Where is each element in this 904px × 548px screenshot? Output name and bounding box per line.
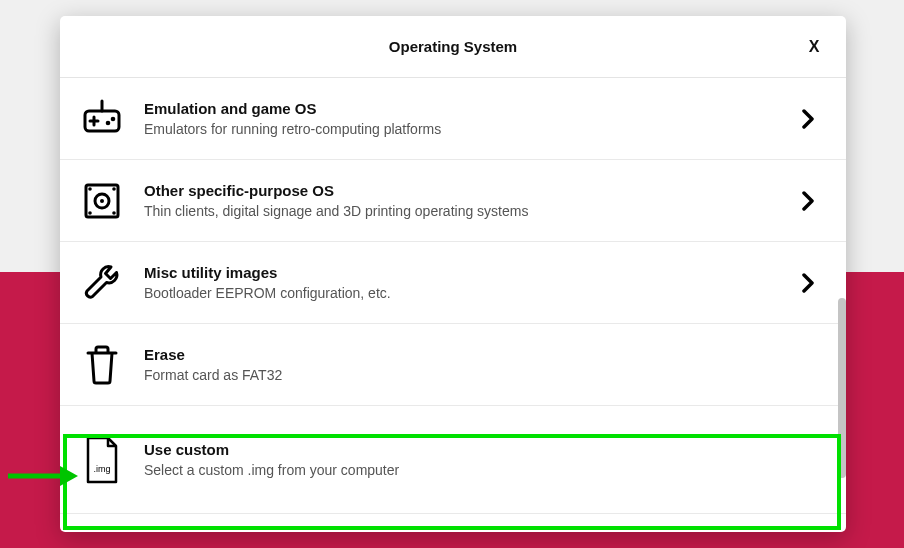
item-text: Misc utility images Bootloader EEPROM co… — [144, 264, 798, 301]
svg-point-5 — [111, 116, 116, 121]
item-desc: Bootloader EEPROM configuration, etc. — [144, 285, 798, 301]
item-title: Use custom — [144, 441, 818, 458]
chevron-right-icon — [798, 109, 818, 129]
list-item-other-specific[interactable]: Other specific-purpose OS Thin clients, … — [60, 160, 846, 242]
item-title: Misc utility images — [144, 264, 798, 281]
svg-point-4 — [106, 120, 111, 125]
close-button[interactable]: X — [804, 37, 824, 57]
scrollbar-thumb[interactable] — [838, 298, 846, 478]
wrench-icon — [78, 259, 126, 307]
svg-point-7 — [88, 187, 92, 191]
item-text: Emulation and game OS Emulators for runn… — [144, 100, 798, 137]
list-item-use-custom[interactable]: .img Use custom Select a custom .img fro… — [60, 406, 846, 514]
scrollbar[interactable] — [838, 78, 846, 532]
item-desc: Emulators for running retro-computing pl… — [144, 121, 798, 137]
trash-icon — [78, 341, 126, 389]
list-item-erase[interactable]: Erase Format card as FAT32 — [60, 324, 846, 406]
svg-text:.img: .img — [93, 464, 110, 474]
svg-point-12 — [100, 199, 104, 203]
list-item-emulation[interactable]: Emulation and game OS Emulators for runn… — [60, 78, 846, 160]
svg-point-10 — [112, 211, 116, 215]
list-item-misc-utility[interactable]: Misc utility images Bootloader EEPROM co… — [60, 242, 846, 324]
svg-point-8 — [112, 187, 116, 191]
os-selector-dialog: Operating System X Emulation and game OS… — [60, 16, 846, 532]
svg-marker-16 — [60, 466, 78, 486]
item-text: Use custom Select a custom .img from you… — [144, 441, 818, 478]
item-desc: Format card as FAT32 — [144, 367, 818, 383]
item-text: Erase Format card as FAT32 — [144, 346, 818, 383]
annotation-arrow-icon — [6, 464, 78, 488]
kiosk-icon — [78, 177, 126, 225]
svg-point-9 — [88, 211, 92, 215]
chevron-right-icon — [798, 191, 818, 211]
chevron-right-icon — [798, 273, 818, 293]
item-title: Emulation and game OS — [144, 100, 798, 117]
item-text: Other specific-purpose OS Thin clients, … — [144, 182, 798, 219]
dialog-header: Operating System X — [60, 16, 846, 78]
img-file-icon: .img — [78, 436, 126, 484]
os-list: Emulation and game OS Emulators for runn… — [60, 78, 846, 532]
item-desc: Thin clients, digital signage and 3D pri… — [144, 203, 798, 219]
item-title: Erase — [144, 346, 818, 363]
dialog-title: Operating System — [389, 38, 517, 55]
close-icon: X — [809, 38, 820, 56]
item-title: Other specific-purpose OS — [144, 182, 798, 199]
item-desc: Select a custom .img from your computer — [144, 462, 818, 478]
gamepad-icon — [78, 95, 126, 143]
